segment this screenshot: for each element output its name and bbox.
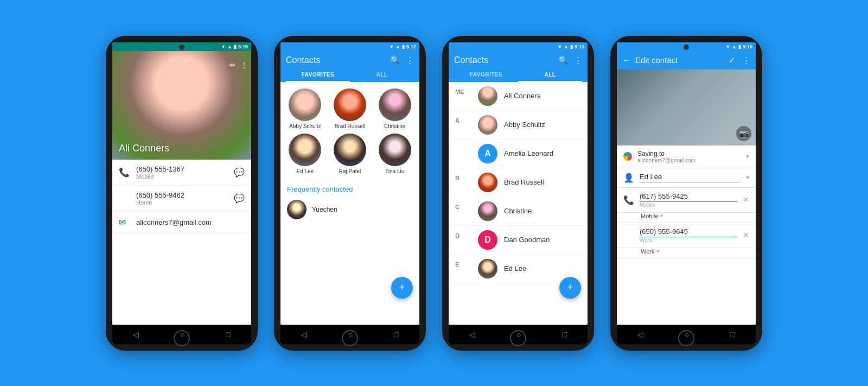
- fav-name-ed: Ed Lee: [296, 168, 314, 174]
- home-button-1[interactable]: [174, 330, 190, 346]
- more-icon[interactable]: ⋮: [240, 61, 248, 69]
- fav-item-tina[interactable]: Tina Liu: [374, 134, 415, 174]
- contacts-header-3: Contacts 🔍 ⋮ FAVORITES ALL: [449, 51, 588, 82]
- phone-2: ▼ ▲ ▮ 5:12 Contacts 🔍 ⋮ FAVORITES ALL: [274, 36, 426, 351]
- name-ali: Ali Conners: [504, 92, 540, 100]
- phone-camera: [179, 45, 184, 50]
- contacts-header-2: Contacts 🔍 ⋮ FAVORITES ALL: [280, 51, 419, 82]
- search-icon-2[interactable]: 🔍: [390, 55, 400, 65]
- fav-item-raj[interactable]: Raj Patel: [330, 134, 371, 174]
- phone-camera-4: [684, 45, 689, 50]
- nav-recent-4[interactable]: □: [731, 330, 735, 339]
- contacts-tabs-3: FAVORITES ALL: [454, 67, 582, 82]
- contact-ali[interactable]: ME Ali Conners: [449, 82, 588, 111]
- contacts-title-2: Contacts: [286, 55, 320, 65]
- freq-item-yuechen[interactable]: Yuechen: [287, 198, 413, 222]
- fav-avatar-tina: [379, 134, 411, 166]
- time: 5:15: [238, 44, 248, 49]
- fav-item-brad[interactable]: Brad Russell: [330, 88, 371, 129]
- contact-name-field[interactable]: Ed Lee: [640, 173, 741, 182]
- expand-name-icon[interactable]: ▾: [746, 174, 749, 181]
- google-icon: [623, 152, 632, 161]
- phone-icon-edit1: 📞: [623, 195, 634, 205]
- message-icon-1[interactable]: 💬: [234, 167, 245, 178]
- add-contact-fab-3[interactable]: +: [559, 277, 581, 299]
- nav-back-3[interactable]: ◁: [469, 330, 475, 339]
- edit-photo-bg: [617, 69, 756, 145]
- letter-a2: [455, 144, 471, 146]
- phone1-type-label: Mobile: [641, 213, 658, 219]
- header-actions: ✏ ⋮: [229, 61, 248, 69]
- avatar-abby: [478, 115, 497, 135]
- nav-recent[interactable]: □: [226, 330, 231, 339]
- freq-title: Frequently contacted: [287, 185, 413, 193]
- nav-back-4[interactable]: ◁: [637, 330, 643, 339]
- contact-details: 📞 (650) 555-1367 Mobile 💬 (650) 555-9462…: [112, 160, 251, 325]
- fav-name-tina: Tina Liu: [385, 168, 404, 174]
- more-icon-2[interactable]: ⋮: [406, 55, 414, 65]
- add-contact-fab-2[interactable]: +: [391, 277, 413, 299]
- tab-all-3[interactable]: ALL: [518, 67, 582, 82]
- fav-name-christine: Christine: [384, 123, 405, 129]
- contact-dan[interactable]: D D Dan Goodman: [449, 226, 588, 255]
- fav-item-abby[interactable]: Abby Schultz: [285, 88, 326, 129]
- tab-favorites-3[interactable]: FAVORITES: [454, 67, 518, 82]
- phone-row-1[interactable]: 📞 (650) 555-1367 Mobile 💬: [112, 160, 251, 186]
- fav-item-ed[interactable]: Ed Lee: [285, 134, 326, 174]
- home-button-3[interactable]: [510, 330, 526, 346]
- email-row[interactable]: ✉ aliconners7@gmail.com: [112, 212, 251, 233]
- clear-phone1-icon[interactable]: ✕: [743, 195, 749, 204]
- phone-row-2[interactable]: (650) 555-9462 Home 💬: [112, 186, 251, 212]
- phone-3: ▼ ▲ ▮ 5:13 Contacts 🔍 ⋮ FAVORITES ALL M: [442, 36, 594, 351]
- contacts-icons-2: 🔍 ⋮: [390, 55, 414, 65]
- letter-b: B: [455, 173, 471, 181]
- letter-a: A: [455, 115, 471, 124]
- phone1-field[interactable]: (617) 555-9425: [640, 192, 737, 202]
- name-abby: Abby Schultz: [504, 121, 545, 129]
- more-icon-4[interactable]: ⋮: [742, 55, 750, 65]
- edit-form: Saving to aliconners7@gmail.com ▾ 👤 Ed L…: [617, 145, 756, 325]
- add-icon-3: +: [567, 282, 573, 293]
- phone2-field[interactable]: (650) 555-9645: [640, 227, 737, 237]
- phone2-dropdown-icon[interactable]: ▾: [656, 248, 659, 254]
- person-icon: 👤: [623, 173, 634, 183]
- fav-name-abby: Abby Schultz: [289, 123, 321, 129]
- contact-photo-header: ✏ ⋮ Ali Conners: [112, 51, 251, 160]
- contact-amelia[interactable]: A Amelia Leonard: [449, 140, 588, 168]
- contact-brad[interactable]: B Brad Russell: [449, 168, 588, 197]
- search-icon-3[interactable]: 🔍: [558, 55, 569, 65]
- edit-title: Edit contact: [635, 55, 729, 65]
- phone-icon: 📞: [119, 167, 130, 178]
- phone1-dropdown-icon[interactable]: ▾: [660, 213, 663, 219]
- contact-christine[interactable]: C Christine: [449, 197, 588, 226]
- more-icon-3[interactable]: ⋮: [574, 55, 582, 65]
- freq-avatar-yuechen: [287, 200, 307, 219]
- time-4: 5:16: [743, 44, 752, 49]
- fav-item-christine[interactable]: Christine: [374, 88, 415, 129]
- wifi-icon-4: ▲: [732, 44, 737, 49]
- avatar-christine: [478, 201, 497, 221]
- home-button-4[interactable]: [678, 330, 694, 346]
- edit-header: ← Edit contact ✓ ⋮: [617, 51, 756, 69]
- avatar-dan: D: [478, 230, 497, 250]
- nav-recent-2[interactable]: □: [394, 330, 399, 339]
- nav-back[interactable]: ◁: [133, 330, 139, 339]
- favorites-grid: Abby Schultz Brad Russell Christine Ed L…: [280, 82, 419, 181]
- nav-back-2[interactable]: ◁: [301, 330, 307, 339]
- tab-favorites-2[interactable]: FAVORITES: [286, 67, 350, 82]
- signal-icon-4: ▼: [725, 44, 730, 49]
- check-icon[interactable]: ✓: [729, 55, 736, 65]
- edit-icon[interactable]: ✏: [229, 61, 236, 69]
- contacts-icons-3: 🔍 ⋮: [558, 55, 582, 65]
- battery-icon: ▮: [234, 44, 237, 49]
- nav-recent-3[interactable]: □: [563, 330, 567, 339]
- signal-icon-2: ▼: [389, 44, 394, 49]
- contact-abby[interactable]: A Abby Schultz: [449, 111, 588, 140]
- expand-icon[interactable]: ▾: [746, 153, 749, 160]
- camera-icon[interactable]: 📷: [736, 126, 751, 141]
- home-button-2[interactable]: [342, 330, 358, 346]
- clear-phone2-icon[interactable]: ✕: [743, 231, 749, 239]
- tab-all-2[interactable]: ALL: [350, 67, 414, 82]
- back-icon-4[interactable]: ←: [622, 55, 631, 65]
- message-icon-2[interactable]: 💬: [234, 193, 245, 204]
